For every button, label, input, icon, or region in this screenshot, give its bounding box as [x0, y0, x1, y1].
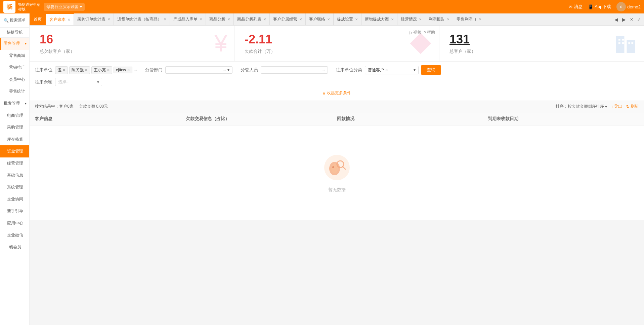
- stat-card-total-customers: 131 总客户（家）: [439, 26, 644, 61]
- th-due-date: 到期未收款日期: [488, 116, 639, 122]
- tab-reminder-settings[interactable]: 提成设置 ✕: [334, 13, 361, 26]
- sidebar-item-vip-member[interactable]: 畅会员: [0, 241, 29, 253]
- tab-close-customer-capital[interactable]: ✕: [68, 18, 70, 22]
- sidebar-item-inventory[interactable]: 库存核算: [0, 134, 29, 146]
- filter-row-2: 往来余额 选择... ▾: [35, 78, 639, 86]
- sidebar-item-retail-stats[interactable]: 零售统计: [0, 85, 29, 98]
- sidebar-item-ecommerce-mgmt[interactable]: 电商管理: [0, 110, 29, 122]
- tab-retail-profit[interactable]: 零售利润（ ✕: [453, 13, 485, 26]
- tab-customer-capital[interactable]: 客户账本 ✕: [46, 13, 74, 26]
- unit-filter-tags: 伍 ✕ 陈民强 ✕ 王小亮 ✕: [55, 66, 137, 74]
- sidebar-item-retail-mgmt[interactable]: 零售管理 ▾: [0, 38, 29, 50]
- play-icon: ▷: [410, 30, 413, 35]
- tab-product-analysis[interactable]: 商品分析 ✕: [206, 13, 234, 26]
- chevron-down-icon: ▾: [414, 68, 416, 72]
- sidebar-item-new-guide[interactable]: 新手引导: [0, 205, 29, 217]
- tab-close-product-purchase-entry[interactable]: ✕: [200, 17, 202, 21]
- message-btn[interactable]: ✉ 消息: [569, 4, 583, 10]
- help-link-btn[interactable]: ? 帮助: [424, 30, 435, 35]
- export-btn[interactable]: ↑ 导出: [611, 104, 622, 109]
- tab-close-profit-report[interactable]: ✕: [447, 17, 449, 21]
- sidebar-item-member-center[interactable]: 会员中心: [0, 74, 29, 86]
- tab-close-product-analysis-list[interactable]: ✕: [263, 17, 266, 21]
- unit-filter-label: 往来单位: [35, 67, 52, 73]
- logo-text: 畅捷通好生意 标版: [18, 2, 40, 12]
- tab-close-purchase-stats-by-product[interactable]: ✕: [164, 17, 166, 21]
- stats-row: 16 总欠款客户（家） ¥ -2.11 欠款合计（万）: [30, 26, 644, 62]
- category-filter-label: 往来单位分类: [336, 67, 362, 73]
- store-selector[interactable]: 母婴行业演示账套 ▾: [44, 3, 85, 11]
- balance-filter-select[interactable]: 选择... ▾: [55, 78, 102, 86]
- tab-close-product-analysis[interactable]: ✕: [227, 17, 230, 21]
- unit-tag-wang-close[interactable]: ✕: [107, 68, 110, 72]
- tab-purchase-stats-by-product[interactable]: 进货单统计表（按商品） ✕: [114, 13, 170, 26]
- th-debt: 欠款交易信息（占比）: [186, 116, 337, 122]
- tab-close-ops-situation[interactable]: ✕: [419, 17, 422, 21]
- search-icon: 🔍: [4, 18, 9, 23]
- sidebar-item-system-mgmt[interactable]: 系统管理: [0, 181, 29, 193]
- tab-close-reminder-settings[interactable]: ✕: [355, 17, 358, 21]
- unit-tag-cjttcw-close[interactable]: ✕: [127, 68, 130, 72]
- tab-ops-situation[interactable]: 经营情况 ✕: [397, 13, 425, 26]
- tab-close-purchase-order-stats[interactable]: ✕: [108, 17, 110, 21]
- tab-fullscreen-btn[interactable]: ⤢: [636, 16, 642, 23]
- category-filter-select[interactable]: 普通客户 ✕ ▾: [365, 66, 419, 74]
- tab-customer-segment[interactable]: 客户分层经营 ✕: [270, 13, 306, 26]
- dept-filter-select[interactable]: ··· ▾: [165, 66, 232, 74]
- filter-collapse-btn[interactable]: ∧ 收起更多条件: [35, 89, 639, 97]
- tab-purchase-order-stats[interactable]: 采购订单统计表 ✕: [74, 13, 114, 26]
- unit-tag-chen-close[interactable]: ✕: [85, 68, 88, 72]
- top-bar: 畅 畅捷通好生意 标版 母婴行业演示账套 ▾ ✉ 消息 📱 App下载 d de…: [0, 0, 644, 13]
- user-menu[interactable]: d demo2: [616, 2, 641, 11]
- chevron-down-icon: ▾: [97, 80, 99, 84]
- sidebar-item-enterprise-wechat[interactable]: 企业微信: [0, 229, 29, 242]
- chevron-down-icon: ▾: [227, 68, 229, 72]
- chevron-icon: ▾: [25, 102, 27, 105]
- sort-select[interactable]: 排序：按欠款金额倒序排序 ▾: [556, 104, 607, 109]
- tab-product-purchase-entry[interactable]: 产成品入库单 ✕: [170, 13, 206, 26]
- sidebar-item-enterprise-coop[interactable]: 企业协同: [0, 193, 29, 206]
- sidebar-item-retail-mall[interactable]: 零售商城: [0, 50, 29, 62]
- sidebar-item-basic-info[interactable]: 基础信息: [0, 170, 29, 182]
- app-download-btn[interactable]: 📱 App下载: [588, 4, 611, 10]
- tab-close-all-btn[interactable]: ✕: [629, 16, 635, 23]
- tab-close-retail-profit[interactable]: ✕: [479, 17, 481, 21]
- balance-filter-label: 往来余额: [35, 79, 52, 85]
- unit-tags-more[interactable]: ···: [134, 68, 137, 72]
- unit-tag-wu-close[interactable]: ✕: [62, 68, 66, 72]
- tab-customer-contact[interactable]: 客户联络 ✕: [306, 13, 334, 26]
- sidebar-item-ops-mgmt[interactable]: 经营管理: [0, 157, 29, 170]
- tab-next-btn[interactable]: ▶: [621, 16, 627, 23]
- top-right-actions: ✉ 消息 📱 App下载 d demo2: [569, 2, 641, 11]
- stat-value-credit-customers: 16: [40, 32, 224, 46]
- category-tag-close[interactable]: ✕: [385, 68, 388, 72]
- tab-new-reminder-plan[interactable]: 新增提成方案 ✕: [361, 13, 397, 26]
- balance-placeholder: 选择...: [58, 79, 96, 85]
- refresh-btn[interactable]: ↻ 刷新: [626, 104, 639, 109]
- search-menu-btn[interactable]: 🔍 搜索菜单: [2, 16, 27, 25]
- person-filter-select[interactable]: ···: [261, 66, 328, 74]
- tab-close-new-reminder-plan[interactable]: ✕: [391, 17, 394, 21]
- sidebar-item-wholesale-mgmt[interactable]: 批发管理 ▾: [0, 98, 29, 110]
- sidebar-item-purchase-mgmt[interactable]: 采购管理: [0, 121, 29, 134]
- tab-prev-btn[interactable]: ◀: [613, 16, 619, 23]
- tab-close-customer-contact[interactable]: ✕: [327, 17, 330, 21]
- sidebar-item-app-center[interactable]: 应用中心: [0, 217, 29, 229]
- table-container: 客户信息 欠款交易信息（占比） 回款情况 到期未收款日期: [30, 112, 644, 220]
- sidebar: 🔍 搜索菜单 快捷导航 零售管理 ▾ 零售商城 营销推广 会员中心 零售统计: [0, 13, 30, 325]
- chevron-down-icon: ▾: [605, 104, 607, 109]
- sidebar-item-marketing[interactable]: 营销推广: [0, 62, 29, 74]
- stat-value-credit-amount: -2.11: [245, 32, 429, 46]
- svg-rect-8: [628, 42, 630, 44]
- stat-label-total-customers: 总客户（家）: [449, 48, 634, 55]
- tab-product-analysis-list[interactable]: 商品分析列表 ✕: [234, 13, 270, 26]
- tab-home[interactable]: 首页: [30, 13, 46, 26]
- sidebar-item-quick-nav[interactable]: 快捷导航: [0, 28, 29, 38]
- empty-icon: [322, 152, 352, 183]
- video-link[interactable]: ▷ 视频: [410, 30, 421, 35]
- tab-profit-report[interactable]: 利润报告 ✕: [425, 13, 453, 26]
- tab-close-customer-segment[interactable]: ✕: [299, 17, 302, 21]
- search-query-btn[interactable]: 查询: [421, 65, 441, 75]
- svg-rect-5: [622, 39, 624, 41]
- sidebar-item-capital-mgmt[interactable]: 资金管理: [0, 145, 29, 157]
